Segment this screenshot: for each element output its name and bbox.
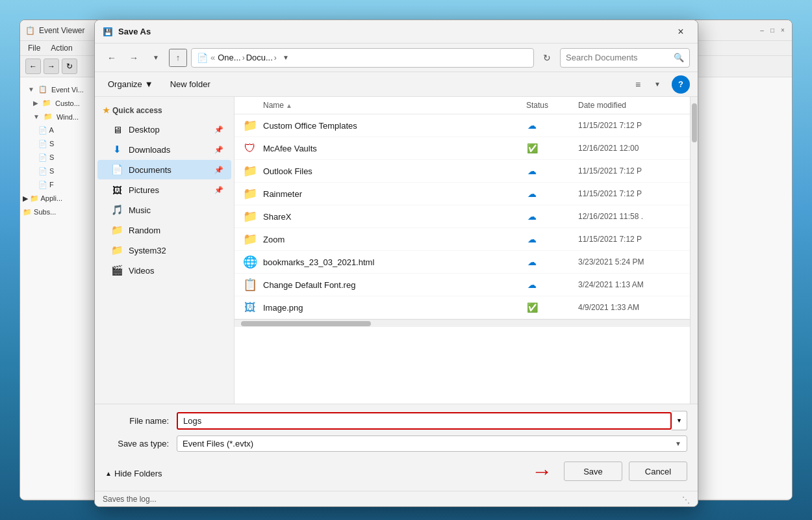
- save-button[interactable]: Save: [564, 462, 622, 481]
- file-row-change-font[interactable]: 📋 Change Default Font.reg ☁ 3/24/2021 1:…: [235, 274, 690, 296]
- cloud-icon-6: ☁: [526, 256, 538, 268]
- vertical-scrollbar[interactable]: [690, 97, 698, 404]
- file-row-rainmeter[interactable]: 📁 Rainmeter ☁ 11/15/2021 7:12 P: [235, 183, 690, 205]
- sidebar-item-system32[interactable]: 📁 System32: [97, 240, 231, 260]
- file-row-custom-office[interactable]: 📁 Custom Office Templates ☁ 11/15/2021 7…: [235, 114, 690, 137]
- filetype-selector[interactable]: Event Files (*.evtx) ▼: [177, 436, 687, 452]
- help-button[interactable]: ?: [672, 75, 690, 94]
- bg-minimize-btn[interactable]: –: [758, 27, 766, 34]
- name-col-label: Name: [263, 101, 284, 110]
- forward-button[interactable]: →: [125, 49, 143, 67]
- statusbar-text: Saves the log...: [103, 495, 157, 504]
- view-icon-button[interactable]: ≡: [629, 75, 647, 94]
- file-row-image[interactable]: 🖼 Image.png ✅ 4/9/2021 1:33 AM: [235, 296, 690, 319]
- column-date-header[interactable]: Date modified: [578, 101, 682, 110]
- sidebar-item-desktop[interactable]: 🖥 Desktop 📌: [97, 120, 231, 139]
- random-label: Random: [129, 226, 160, 235]
- back-button[interactable]: ←: [103, 49, 121, 67]
- sharex-icon: 📁: [242, 209, 258, 224]
- bg-forward-btn[interactable]: →: [44, 58, 59, 74]
- bg-back-btn[interactable]: ←: [25, 58, 41, 74]
- address-sep-2: ›: [274, 53, 277, 62]
- bg-title-text: Event Viewer: [39, 26, 84, 35]
- cloud-icon-2: ☁: [526, 165, 538, 177]
- file-row-sharex[interactable]: 📁 ShareX ☁ 12/16/2021 11:58 .: [235, 205, 690, 228]
- custom-office-date: 11/15/2021 7:12 P: [578, 121, 682, 130]
- cancel-button[interactable]: Cancel: [629, 462, 687, 481]
- desktop-icon: 🖥: [110, 123, 123, 136]
- arrow-indicator-icon: →: [531, 461, 552, 482]
- sharex-date: 12/16/2021 11:58 .: [578, 212, 682, 221]
- bg-window-controls: – □ ×: [758, 27, 787, 34]
- organize-arrow-icon: ▼: [145, 79, 153, 89]
- filename-label: File name:: [105, 416, 177, 426]
- left-panel: ★ Quick access 🖥 Desktop 📌 ⬇ Downloads 📌…: [95, 97, 235, 404]
- sidebar-item-downloads[interactable]: ⬇ Downloads 📌: [97, 140, 231, 159]
- new-folder-button[interactable]: New folder: [164, 77, 217, 92]
- arrow-indicator-area: →: [531, 461, 552, 482]
- sidebar-item-videos[interactable]: 🎬 Videos: [97, 261, 231, 280]
- image-icon: 🖼: [242, 300, 258, 315]
- filename-dropdown-arrow-icon: ▼: [676, 417, 682, 424]
- sidebar-item-documents[interactable]: 📄 Documents 📌: [97, 160, 231, 179]
- downloads-icon: ⬇: [110, 143, 123, 156]
- file-row-outlook[interactable]: 📁 Outlook Files ☁ 11/15/2021 7:12 P: [235, 160, 690, 183]
- filename-dropdown-button[interactable]: ▼: [672, 411, 687, 430]
- view-dropdown-button[interactable]: ▼: [648, 75, 666, 94]
- nav-dropdown-button[interactable]: ▼: [147, 49, 165, 67]
- file-row-zoom[interactable]: 📁 Zoom ☁ 11/15/2021 7:12 P: [235, 228, 690, 251]
- column-status-header[interactable]: Status: [526, 101, 578, 110]
- hide-folders-button[interactable]: ▲ Hide Folders: [105, 469, 162, 478]
- quick-access-star-icon: ★: [103, 106, 110, 115]
- save-as-dialog: 💾 Save As × ← → ▼ ↑ 📄 « One... › Docu...…: [94, 20, 698, 507]
- dialog-close-button[interactable]: ×: [672, 23, 690, 41]
- horizontal-scrollbar[interactable]: [235, 319, 690, 327]
- bg-menu-action[interactable]: Action: [51, 44, 72, 53]
- address-bar[interactable]: 📄 « One... › Docu... › ▼: [191, 48, 534, 68]
- outlook-name: Outlook Files: [263, 166, 526, 176]
- bg-maximize-btn[interactable]: □: [768, 27, 776, 34]
- file-row-mcafee[interactable]: 🛡 McAfee Vaults ✅ 12/16/2021 12:00: [235, 137, 690, 160]
- column-name-header[interactable]: Name ▲: [263, 101, 526, 110]
- view-options: ≡ ▼: [629, 75, 666, 94]
- address-part-1[interactable]: One...: [218, 53, 240, 62]
- new-folder-label: New folder: [170, 79, 210, 89]
- organize-label: Organize: [108, 79, 142, 89]
- address-part-2[interactable]: Docu...: [246, 53, 273, 62]
- documents-pin-icon: 📌: [214, 166, 223, 174]
- resize-handle[interactable]: ⋱: [682, 495, 690, 503]
- music-icon: 🎵: [110, 203, 123, 216]
- videos-label: Videos: [129, 266, 155, 276]
- bookmarks-status: ☁: [526, 256, 578, 268]
- downloads-pin-icon: 📌: [214, 146, 223, 154]
- system32-folder-icon: 📁: [110, 244, 123, 257]
- horizontal-scroll-thumb[interactable]: [241, 321, 371, 326]
- address-dropdown-arrow[interactable]: ▼: [279, 49, 292, 67]
- bg-close-btn[interactable]: ×: [779, 27, 787, 34]
- search-input[interactable]: [566, 53, 670, 62]
- bg-refresh-btn[interactable]: ↻: [62, 58, 77, 74]
- filename-input[interactable]: [183, 416, 665, 426]
- zoom-date: 11/15/2021 7:12 P: [578, 235, 682, 244]
- sidebar-item-pictures[interactable]: 🖼 Pictures 📌: [97, 180, 231, 200]
- rainmeter-date: 11/15/2021 7:12 P: [578, 189, 682, 198]
- dialog-title-icon: 💾: [103, 27, 113, 37]
- bg-menu-file[interactable]: File: [28, 44, 40, 53]
- sidebar-item-music[interactable]: 🎵 Music: [97, 200, 231, 220]
- change-font-date: 3/24/2021 1:13 AM: [578, 280, 682, 289]
- zoom-icon: 📁: [242, 231, 258, 247]
- status-col-label: Status: [526, 101, 548, 110]
- up-button[interactable]: ↑: [169, 49, 187, 67]
- organize-button[interactable]: Organize ▼: [103, 77, 159, 92]
- image-name: Image.png: [263, 303, 526, 313]
- vertical-scroll-thumb[interactable]: [692, 103, 697, 142]
- file-row-bookmarks[interactable]: 🌐 bookmarks_23_03_2021.html ☁ 3/23/2021 …: [235, 251, 690, 274]
- quick-access-label: Quick access: [112, 106, 162, 115]
- search-icon: 🔍: [674, 53, 684, 62]
- refresh-button[interactable]: ↻: [538, 49, 556, 67]
- downloads-label: Downloads: [129, 145, 170, 155]
- dialog-body: ★ Quick access 🖥 Desktop 📌 ⬇ Downloads 📌…: [95, 97, 698, 404]
- check-icon-1: ✅: [526, 142, 538, 154]
- cloud-icon-5: ☁: [526, 233, 538, 245]
- sidebar-item-random[interactable]: 📁 Random: [97, 220, 231, 240]
